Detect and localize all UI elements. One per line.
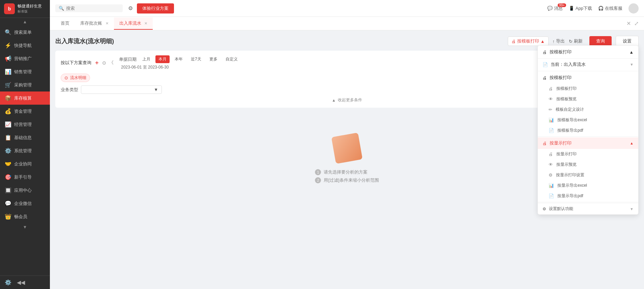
user-avatar[interactable] bbox=[628, 3, 639, 14]
business-type-label: 业务类型 bbox=[61, 87, 78, 93]
filter-tag-flow[interactable]: ⊙ 流水明细 bbox=[61, 74, 90, 82]
business-type-group: 业务类型 ▼ bbox=[61, 85, 162, 94]
dropdown-item-display-print-settings[interactable]: ⚙ 按显示打印设置 bbox=[538, 170, 638, 180]
filter-collapse-icon[interactable]: 《 bbox=[109, 60, 114, 66]
filter-gear-icon[interactable]: ⊙ bbox=[102, 60, 106, 65]
dropdown-item-display-preview[interactable]: 👁 按显示预览 bbox=[538, 159, 638, 170]
sidebar-item-sales[interactable]: 📊 销售管理 bbox=[0, 65, 50, 78]
step-1-num: 1 bbox=[315, 169, 321, 175]
marketing-icon: 📢 bbox=[5, 55, 11, 62]
tab-flow[interactable]: 出入库流水 ✕ bbox=[114, 18, 153, 30]
dropdown-current[interactable]: 📄 当前：出入库流水 ▼ bbox=[538, 59, 638, 70]
close-window-icon[interactable]: ✕ bbox=[626, 20, 631, 27]
app-download-button[interactable]: 📱 App下载 bbox=[569, 5, 592, 11]
expand-window-icon[interactable]: ⤢ bbox=[634, 20, 639, 27]
dropdown-item-label: 按显示打印设置 bbox=[556, 172, 584, 178]
dropdown-item-template-excel[interactable]: 📊 按模板导出excel bbox=[538, 115, 638, 125]
date-btn-more[interactable]: 更多 bbox=[206, 55, 221, 63]
sidebar-bottom-bar: ⚙️ ◀◀ bbox=[0, 275, 50, 289]
filter-add-button[interactable]: ＋ bbox=[94, 59, 99, 67]
sidebar-item-search[interactable]: 🔍 搜索菜单 bbox=[0, 26, 50, 39]
excel-icon: 📊 bbox=[549, 117, 554, 123]
sidebar-item-purchase[interactable]: 🛒 采购管理 bbox=[0, 78, 50, 91]
dropdown-item-template-pdf[interactable]: 📄 按模板导出pdf bbox=[538, 125, 638, 136]
query-button[interactable]: 查询 bbox=[589, 36, 612, 46]
tab-home[interactable]: 首页 bbox=[55, 18, 75, 30]
date-btn-last-month[interactable]: 上月 bbox=[139, 55, 153, 63]
dropdown-item-label: 按显示导出pdf bbox=[557, 193, 583, 199]
tab-batch[interactable]: 库存批次账 ✕ bbox=[75, 18, 114, 30]
online-service-label: 在线客服 bbox=[605, 5, 622, 11]
topbar-right-actions: 💬 消息 99+ 📱 App下载 🎧 在线客服 bbox=[547, 3, 639, 14]
sidebar-item-label: 销售管理 bbox=[14, 69, 32, 75]
dropdown-item-display-print[interactable]: 🖨 按显示打印 bbox=[538, 149, 638, 159]
sidebar-scroll-up[interactable]: ▲ bbox=[0, 18, 50, 26]
sidebar-item-finance[interactable]: 💰 资金管理 bbox=[0, 105, 50, 118]
dropdown-section-template[interactable]: 🖨 按模板打印 bbox=[538, 72, 638, 83]
messages-badge: 99+ bbox=[558, 3, 566, 7]
sidebar-item-label: 库存核算 bbox=[14, 95, 32, 101]
date-filter-group: 单据日期 上月 本月 本年 近7天 更多 自定义 2023-06-01 至 20… bbox=[119, 55, 241, 70]
sidebar-item-member[interactable]: 👑 畅会员 bbox=[0, 210, 50, 223]
sidebar-item-quicknav[interactable]: ⚡ 快捷导航 bbox=[0, 39, 50, 52]
refresh-button[interactable]: ↻ 刷新 bbox=[569, 38, 583, 44]
tab-flow-close[interactable]: ✕ bbox=[144, 21, 147, 25]
dropdown-section-display[interactable]: 🖨 按显示打印 ▲ bbox=[538, 137, 638, 149]
member-icon: 👑 bbox=[5, 213, 11, 220]
template-section-label: 按模板打印 bbox=[550, 75, 572, 81]
dropdown-title: 按模板打印 bbox=[550, 49, 572, 55]
sidebar-item-wechat[interactable]: 💬 企业微信 bbox=[0, 197, 50, 210]
step-2-text: 用[过滤]条件来缩小分析范围 bbox=[324, 177, 379, 183]
display-excel-icon: 📊 bbox=[549, 183, 554, 188]
chevron-down-icon: ▼ bbox=[630, 62, 634, 67]
sidebar-item-basic[interactable]: 📋 基础信息 bbox=[0, 131, 50, 144]
app-name: 畅捷通好生意 bbox=[18, 4, 42, 9]
sidebar-item-inventory[interactable]: 📦 库存核算 bbox=[0, 91, 50, 105]
purchase-icon: 🛒 bbox=[5, 82, 11, 88]
sidebar-collapse-icon[interactable]: ◀◀ bbox=[17, 279, 25, 286]
sidebar-item-guide[interactable]: 🎯 新手引导 bbox=[0, 170, 50, 184]
online-service-button[interactable]: 🎧 在线客服 bbox=[598, 5, 622, 11]
sidebar-item-marketing[interactable]: 📢 营销推广 bbox=[0, 52, 50, 65]
sidebar-item-label: 企业协同 bbox=[14, 161, 32, 167]
app-logo: b 畅捷通好生意 标准版 bbox=[0, 0, 50, 18]
date-btn-custom[interactable]: 自定义 bbox=[223, 55, 241, 63]
dropdown-item-template-customize[interactable]: ✏ 模板自定义设计 bbox=[538, 104, 638, 115]
date-btn-7days[interactable]: 近7天 bbox=[188, 55, 204, 63]
sidebar-item-appstore[interactable]: 🔲 应用中心 bbox=[0, 184, 50, 197]
industry-solution-button[interactable]: 体验行业方案 bbox=[137, 3, 174, 14]
sidebar-item-label: 搜索菜单 bbox=[14, 29, 32, 35]
system-icon: ⚙️ bbox=[5, 148, 11, 154]
dropdown-item-template-preview[interactable]: 👁 按模板预览 bbox=[538, 94, 638, 104]
export-button[interactable]: ↑ 导出 bbox=[553, 38, 565, 44]
inventory-icon: 📦 bbox=[5, 95, 11, 101]
business-type-select[interactable]: ▼ bbox=[81, 85, 162, 94]
sidebar-scroll-down[interactable]: ▼ bbox=[0, 223, 50, 231]
topbar-search-box[interactable]: 🔍 bbox=[55, 4, 123, 12]
sidebar-item-operations[interactable]: 📈 经营管理 bbox=[0, 118, 50, 131]
sidebar: b 畅捷通好生意 标准版 ▲ 🔍 搜索菜单 ⚡ 快捷导航 📢 营销推广 📊 销售… bbox=[0, 0, 50, 289]
dropdown-item-template-print[interactable]: 🖨 按模板打印 bbox=[538, 83, 638, 94]
chevron-up-icon-header[interactable]: ▲ bbox=[629, 50, 634, 55]
dropdown-item-display-pdf[interactable]: 📄 按显示导出pdf bbox=[538, 191, 638, 201]
search-input[interactable] bbox=[66, 6, 113, 11]
display-preview-icon: 👁 bbox=[549, 162, 553, 167]
dropdown-item-label: 按显示预览 bbox=[556, 162, 577, 167]
printer-icon-header: 🖨 bbox=[543, 50, 547, 55]
customize-icon: ✏ bbox=[549, 107, 552, 112]
dropdown-item-label: 按显示导出excel bbox=[557, 183, 587, 188]
sidebar-settings-icon[interactable]: ⚙️ bbox=[5, 279, 11, 286]
topbar-gear-icon[interactable]: ⚙ bbox=[128, 5, 133, 11]
print-template-button[interactable]: 🖨 按模板打印 ▲ bbox=[508, 36, 549, 46]
page-actions: 🖨 按模板打印 ▲ ↑ 导出 ↻ 刷新 🖨 bbox=[508, 36, 639, 47]
date-btn-this-year[interactable]: 本年 bbox=[172, 55, 186, 63]
sidebar-item-collab[interactable]: 🤝 企业协同 bbox=[0, 157, 50, 170]
dropdown-item-display-excel[interactable]: 📊 按显示导出excel bbox=[538, 180, 638, 191]
tab-batch-close[interactable]: ✕ bbox=[106, 21, 109, 25]
export-icon: ↑ bbox=[553, 39, 555, 44]
sidebar-item-system[interactable]: ⚙️ 系统管理 bbox=[0, 144, 50, 157]
messages-button[interactable]: 💬 消息 99+ bbox=[547, 5, 563, 11]
dropdown-footer-settings[interactable]: ⚙ 设置默认功能 ▼ bbox=[538, 203, 638, 214]
date-btn-this-month[interactable]: 本月 bbox=[155, 55, 170, 63]
date-label: 单据日期 bbox=[119, 56, 137, 62]
